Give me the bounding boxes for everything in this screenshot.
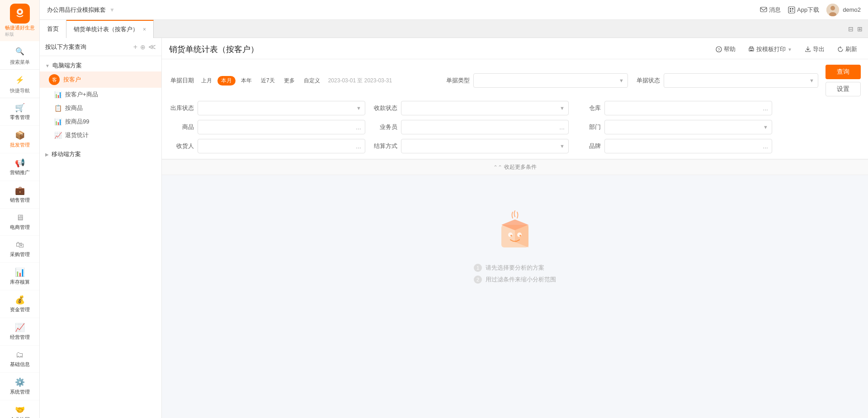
shortcut-label: 快捷导航 xyxy=(10,87,30,94)
tab-home[interactable]: 首页 xyxy=(40,20,66,38)
settings-button[interactable]: 设置 xyxy=(826,82,861,96)
filter-row-1: 单据日期 上月 本月 本年 近7天 更多 自定义 2023-03-01 至 20… xyxy=(169,65,861,96)
desktop-scheme-group[interactable]: ▼ 电脑端方案 xyxy=(40,59,161,71)
tab-restore-area: ⊟ ⊞ xyxy=(843,25,868,33)
date-tab-lastmonth[interactable]: 上月 xyxy=(198,76,216,86)
logo-icon xyxy=(10,4,30,24)
sidebar-item-sales[interactable]: 💼 销售管理 xyxy=(0,181,39,209)
user-profile-btn[interactable]: demo2 xyxy=(826,4,861,16)
sidebar-item-basic[interactable]: 🗂 基础信息 xyxy=(0,346,39,373)
warehouse-input[interactable]: ... xyxy=(604,101,772,115)
mobile-scheme-group[interactable]: ▶ 移动端方案 xyxy=(40,147,161,160)
dept-select[interactable]: ▼ xyxy=(604,120,772,134)
edit-scheme-btn[interactable]: ⊕ xyxy=(140,43,146,51)
right-panel-header: 销货单统计表（按客户） ? 帮助 xyxy=(162,38,868,59)
brand-dots-icon[interactable]: ... xyxy=(763,142,768,150)
search-menu-btn[interactable]: 🔍 搜索菜单 xyxy=(0,41,39,70)
minimize-icon[interactable]: ⊟ xyxy=(848,25,854,33)
app-logo[interactable]: 畅捷通好生意 标版 xyxy=(0,0,39,41)
refresh-btn[interactable]: 刷新 xyxy=(834,43,861,55)
app-download-btn[interactable]: App下载 xyxy=(788,6,819,14)
sidebar-item-label: 零售管理 xyxy=(10,114,30,121)
tab-active[interactable]: 销货单统计表（按客户） × xyxy=(66,20,154,38)
svg-point-10 xyxy=(830,6,835,10)
empty-tip-1: 1 请先选择要分析的方案 xyxy=(474,264,556,272)
payment-select[interactable]: ▼ xyxy=(401,139,569,153)
print-btn[interactable]: 按模板打印 ▼ xyxy=(745,43,796,55)
filter-warehouse: 仓库 ... xyxy=(576,101,772,115)
sidebar-item-operations[interactable]: 📈 经营管理 xyxy=(0,318,39,346)
dropdown-arrow-icon[interactable]: ▼ xyxy=(109,7,115,13)
goods-dots-icon[interactable]: ... xyxy=(356,124,361,131)
goods-input[interactable]: ... xyxy=(198,120,365,134)
type-select[interactable]: ▼ xyxy=(473,73,628,88)
sidebar-item-purchase[interactable]: 🛍 采购管理 xyxy=(0,236,39,263)
collapse-label: 收起更多条件 xyxy=(504,163,537,171)
query-button[interactable]: 查询 xyxy=(826,65,861,79)
receipt-select[interactable]: ▼ xyxy=(401,101,569,115)
active-scheme-icon: 客 xyxy=(49,74,60,85)
sidebar-item-label: 销售管理 xyxy=(10,197,30,204)
sidebar-item-system[interactable]: ⚙️ 系统管理 xyxy=(0,373,39,400)
nav-icon: ⚡ xyxy=(14,73,26,86)
scheme-item-goods-99[interactable]: 📊 按商品99 xyxy=(40,115,161,128)
sidebar-item-label: 资金管理 xyxy=(10,306,30,313)
date-tab-thisyear[interactable]: 本年 xyxy=(237,76,255,86)
sidebar-item-label: 电商管理 xyxy=(10,224,30,231)
date-tab-custom[interactable]: 自定义 xyxy=(300,76,324,86)
mobile-scheme-section: ▶ 移动端方案 xyxy=(40,145,161,163)
sidebar-item-finance[interactable]: 💰 资金管理 xyxy=(0,290,39,318)
shortcut-nav-btn[interactable]: ⚡ 快捷导航 xyxy=(0,70,39,98)
download-icon xyxy=(788,6,795,14)
tip-text-2: 用过滤条件来缩小分析范围 xyxy=(486,276,556,284)
collapse-filters-btn[interactable]: ⌃⌃ 收起更多条件 xyxy=(162,159,868,175)
print-dropdown-icon[interactable]: ▼ xyxy=(788,47,792,52)
scheme-item-return-stats[interactable]: 📈 退货统计 xyxy=(40,128,161,142)
warehouse-dots-icon[interactable]: ... xyxy=(763,104,768,112)
scheme-item-customer-goods[interactable]: 📊 按客户+商品 xyxy=(40,88,161,101)
left-panel-actions: + ⊕ ≪ xyxy=(133,43,156,51)
sales-icon: 💼 xyxy=(15,185,25,195)
sidebar-item-label: 经营管理 xyxy=(10,334,30,341)
salesperson-dots-icon[interactable]: ... xyxy=(559,124,565,131)
retail-icon: 🛒 xyxy=(15,103,25,113)
scheme-chart-icon: 📊 xyxy=(54,91,61,98)
scheme-bar-icon: 📊 xyxy=(54,118,61,125)
tip-text-1: 请先选择要分析的方案 xyxy=(486,264,544,272)
help-btn[interactable]: ? 帮助 xyxy=(712,43,739,55)
sidebar-item-inventory[interactable]: 📊 库存核算 xyxy=(0,263,39,290)
scheme-item-by-customer[interactable]: 客 按客户 xyxy=(40,71,161,88)
system-icon: ⚙️ xyxy=(15,377,25,387)
out-select[interactable]: ▼ xyxy=(198,101,365,115)
sidebar-item-wholesale[interactable]: 📦 批发管理 xyxy=(0,126,39,153)
status-select[interactable]: ▼ xyxy=(664,73,818,88)
receipt-label: 收款状态 xyxy=(373,104,397,112)
collapse-panel-btn[interactable]: ≪ xyxy=(148,43,156,51)
header-left: 办公用品行业模拟账套 ▼ xyxy=(47,6,115,14)
export-btn[interactable]: 导出 xyxy=(801,43,828,55)
brand-label: 品牌 xyxy=(576,142,601,150)
sidebar-item-enterprise[interactable]: 🤝 企业协同 xyxy=(0,400,39,418)
scheme-item-label: 按客户 xyxy=(63,76,81,84)
left-panel: 按以下方案查询 + ⊕ ≪ ▼ 电脑端方案 客 按客户 📊 xyxy=(40,38,162,418)
scheme-item-by-goods[interactable]: 📋 按商品 xyxy=(40,101,161,115)
date-tab-thismonth[interactable]: 本月 xyxy=(217,76,236,86)
salesperson-input[interactable]: ... xyxy=(401,120,569,134)
date-tab-more[interactable]: 更多 xyxy=(280,76,298,86)
message-btn[interactable]: 消息 xyxy=(760,6,781,14)
receiver-dots-icon[interactable]: ... xyxy=(356,142,361,150)
sidebar-item-ecommerce[interactable]: 🖥 电商管理 xyxy=(0,209,39,236)
tab-close-icon[interactable]: × xyxy=(143,26,146,33)
date-tab-7days[interactable]: 近7天 xyxy=(257,76,278,86)
help-label: 帮助 xyxy=(724,45,736,53)
scheme-list-icon: 📈 xyxy=(54,132,61,139)
brand-input[interactable]: ... xyxy=(604,139,772,153)
sidebar-item-marketing[interactable]: 📢 营销推广 xyxy=(0,153,39,181)
type-dropdown-icon: ▼ xyxy=(619,78,624,83)
maximize-icon[interactable]: ⊞ xyxy=(857,25,863,33)
sidebar-item-retail[interactable]: 🛒 零售管理 xyxy=(0,98,39,126)
add-scheme-btn[interactable]: + xyxy=(133,43,137,51)
dept-label: 部门 xyxy=(576,123,601,131)
receiver-input[interactable]: ... xyxy=(198,139,365,153)
logo-text: 畅捷通好生意 标版 xyxy=(5,24,35,38)
